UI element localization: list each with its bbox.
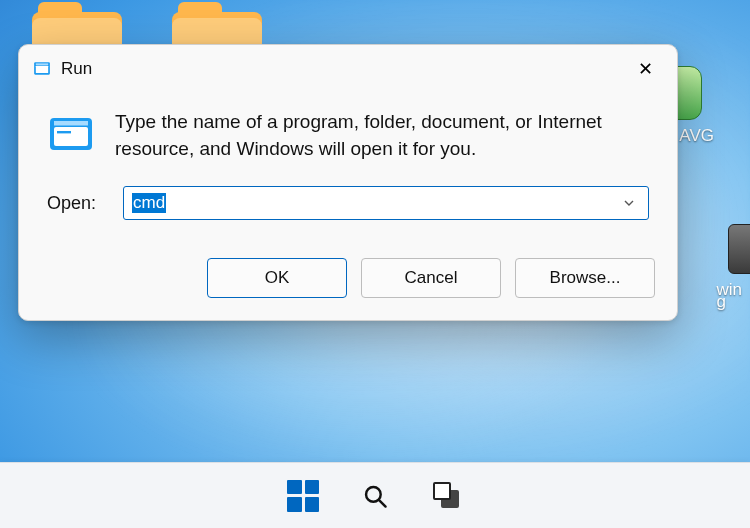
- open-combobox[interactable]: cmd: [123, 186, 649, 220]
- svg-rect-1: [36, 66, 48, 73]
- taskview-icon: [433, 482, 461, 510]
- run-dialog: Run ✕ Type the name of a program, folder…: [18, 44, 678, 321]
- open-combobox-dropdown-button[interactable]: [618, 187, 640, 219]
- dialog-button-row: OK Cancel Browse...: [19, 228, 677, 320]
- ok-button[interactable]: OK: [207, 258, 347, 298]
- svg-rect-2: [36, 63, 48, 65]
- svg-rect-5: [54, 121, 88, 126]
- desktop-icon-label-suffix: g: [717, 292, 726, 312]
- search-icon: [362, 483, 388, 509]
- desktop-icon-label-avg: AVG: [679, 126, 714, 146]
- svg-rect-6: [57, 131, 71, 133]
- open-input[interactable]: cmd: [132, 187, 618, 219]
- start-button[interactable]: [281, 474, 325, 518]
- run-large-icon: [47, 111, 95, 159]
- run-app-icon: [33, 60, 51, 78]
- open-input-value: cmd: [132, 193, 166, 213]
- windows-logo-icon: [287, 480, 319, 512]
- cancel-button[interactable]: Cancel: [361, 258, 501, 298]
- taskbar-search-button[interactable]: [353, 474, 397, 518]
- browse-button-label: Browse...: [550, 268, 621, 288]
- browse-button[interactable]: Browse...: [515, 258, 655, 298]
- close-icon: ✕: [638, 60, 653, 78]
- desktop-thumbnail-icon[interactable]: [728, 224, 750, 274]
- open-field-label: Open:: [47, 193, 107, 214]
- cancel-button-label: Cancel: [405, 268, 458, 288]
- svg-rect-4: [54, 127, 88, 146]
- dialog-description: Type the name of a program, folder, docu…: [115, 109, 649, 162]
- close-button[interactable]: ✕: [627, 55, 663, 83]
- dialog-title: Run: [61, 59, 627, 79]
- dialog-titlebar[interactable]: Run ✕: [19, 45, 677, 91]
- ok-button-label: OK: [265, 268, 290, 288]
- svg-line-8: [379, 500, 386, 507]
- taskview-button[interactable]: [425, 474, 469, 518]
- chevron-down-icon: [623, 197, 635, 209]
- taskbar: [0, 462, 750, 528]
